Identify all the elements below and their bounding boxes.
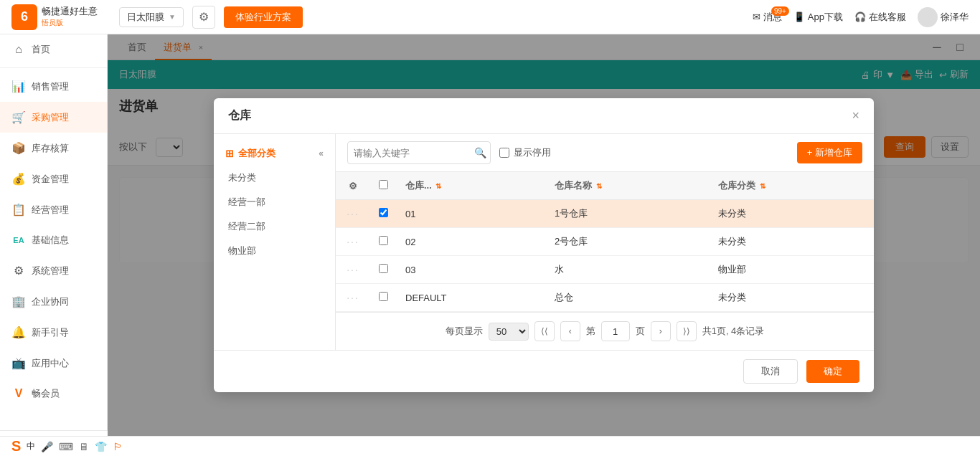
warehouse-table: ⚙ 仓库... ⇅ [336,172,874,312]
table-row[interactable]: ··· 02 2号仓库 未分类 [336,228,874,256]
show-disabled-wrap: 显示停用 [499,146,551,159]
keyboard-icon[interactable]: ⌨ [59,441,73,452]
last-page-button[interactable]: ⟩⟩ [677,321,697,341]
table-row[interactable]: ··· 01 1号仓库 未分类 [336,200,874,228]
th-check [370,172,397,200]
modal-title: 仓库 [228,108,251,123]
store-selector[interactable]: 日太阳膜 ▼ [119,7,184,27]
home-icon: ⌂ [11,43,26,56]
sidebar-item-operations[interactable]: 📋 经营管理 [0,194,107,225]
td-checkbox [370,228,397,256]
pagination: 每页显示 50 10 20 100 ⟨⟨ ‹ 第 页 [336,312,874,350]
phone-icon: 📱 [793,11,805,22]
row-checkbox[interactable] [379,264,388,273]
sidebar-label-sales: 销售管理 [32,80,69,93]
next-page-button[interactable]: › [651,321,671,341]
td-code: DEFAULT [397,284,546,312]
sidebar-label-enterprise: 企业协同 [32,295,69,308]
bottom-statusbar: S 中 🎤 ⌨ 🖥 👕 🏳 [0,436,980,456]
td-name: 2号仓库 [546,228,710,256]
sidebar-item-home[interactable]: ⌂ 首页 [0,34,107,65]
page-number-input[interactable] [601,321,630,341]
sidebar-item-system[interactable]: ⚙ 系统管理 [0,255,107,286]
cat-ops2[interactable]: 经营二部 [214,214,335,239]
page-size-label: 每页显示 [446,325,483,338]
add-warehouse-button[interactable]: + 新增仓库 [797,142,862,163]
online-service-button[interactable]: 🎧 在线客服 [854,11,906,24]
modal-close-button[interactable]: × [852,108,859,123]
cat-property[interactable]: 物业部 [214,239,335,263]
sidebar-item-member[interactable]: V 畅会员 [0,379,107,409]
sidebar-item-purchase[interactable]: 🛒 采购管理 [0,102,107,133]
operations-icon: 📋 [11,203,26,217]
flag-icon: 🏳 [113,441,123,452]
user-menu[interactable]: 徐泽华 [918,7,969,27]
td-category: 未分类 [710,284,874,312]
logo-sub: 悟员版 [42,18,98,28]
collapse-icon[interactable]: « [319,148,324,158]
td-category: 物业部 [710,256,874,284]
purchase-icon: 🛒 [11,110,26,124]
sidebar-item-appcenter[interactable]: 📺 应用中心 [0,348,107,379]
trial-button[interactable]: 体验行业方案 [224,6,303,28]
row-checkbox[interactable] [379,236,388,245]
row-menu-icon[interactable]: ··· [347,236,359,247]
row-menu-icon[interactable]: ··· [347,292,359,303]
row-checkbox[interactable] [379,208,388,217]
logo-icon: 6 [11,4,37,30]
sidebar-item-enterprise[interactable]: 🏢 企业协同 [0,286,107,317]
search-input[interactable] [354,148,474,158]
header-center: 日太阳膜 ▼ ⚙ 体验行业方案 [119,6,753,29]
page-size-select[interactable]: 50 10 20 100 [489,323,529,341]
sales-icon: 📊 [11,80,26,93]
table-row[interactable]: ··· 03 水 物业部 [336,256,874,284]
td-checkbox [370,200,397,228]
row-menu-icon[interactable]: ··· [347,208,359,219]
cancel-button[interactable]: 取消 [743,359,798,384]
avatar [918,7,938,27]
messages-button[interactable]: ✉ 消息 99+ [753,11,782,24]
sidebar-item-basic[interactable]: EA 基础信息 [0,225,107,255]
settings-button[interactable]: ⚙ [192,6,215,29]
sidebar-label-finance: 资金管理 [32,173,69,186]
td-checkbox [370,256,397,284]
messages-badge: 99+ [771,6,789,16]
page-no-label: 第 [586,325,595,338]
app-download-button[interactable]: 📱 App下载 [793,11,843,24]
mic-icon[interactable]: 🎤 [41,441,53,452]
table-row[interactable]: ··· DEFAULT 总仓 未分类 [336,284,874,312]
message-icon: ✉ [753,11,760,22]
cat-ops1[interactable]: 经营一部 [214,190,335,214]
td-name: 总仓 [546,284,710,312]
row-checkbox[interactable] [379,292,388,301]
page-label: 页 [636,325,645,338]
search-icon[interactable]: 🔍 [474,147,486,158]
td-name: 水 [546,256,710,284]
first-page-button[interactable]: ⟨⟨ [534,321,555,341]
main-layout: ⌂ 首页 📊 销售管理 🛒 采购管理 📦 库存核算 💰 资金管理 📋 经营管理 … [0,34,980,456]
basic-icon: EA [11,236,26,244]
chevron-down-icon: ▼ [169,13,176,21]
sidebar-item-newguide[interactable]: 🔔 新手引导 [0,317,107,348]
logo-area: 6 畅捷通好生意 悟员版 [11,4,119,30]
headphone-icon: 🎧 [854,11,866,22]
select-all-checkbox[interactable] [379,180,388,189]
all-categories-item[interactable]: ⊞ 全部分类 « [214,141,335,166]
prev-page-button[interactable]: ‹ [560,321,580,341]
content-area: 首页 进货单 × ─ □ 日太阳膜 🖨 印 ▼ 📤 [108,34,980,456]
row-menu-icon[interactable]: ··· [347,264,359,275]
td-dots: ··· [336,200,370,228]
show-disabled-label: 显示停用 [514,146,551,159]
divider [0,67,107,68]
td-dots: ··· [336,228,370,256]
th-name: 仓库名称 ⇅ [546,172,710,200]
sidebar-item-sales[interactable]: 📊 销售管理 [0,71,107,102]
confirm-button[interactable]: 确定 [806,360,859,383]
show-disabled-checkbox[interactable] [499,148,509,158]
shirt-icon: 👕 [95,441,107,452]
monitor-icon[interactable]: 🖥 [79,441,89,452]
cat-uncategorized[interactable]: 未分类 [214,166,335,190]
sidebar-item-finance[interactable]: 💰 资金管理 [0,163,107,194]
sidebar-item-inventory[interactable]: 📦 库存核算 [0,133,107,163]
td-code: 01 [397,200,546,228]
